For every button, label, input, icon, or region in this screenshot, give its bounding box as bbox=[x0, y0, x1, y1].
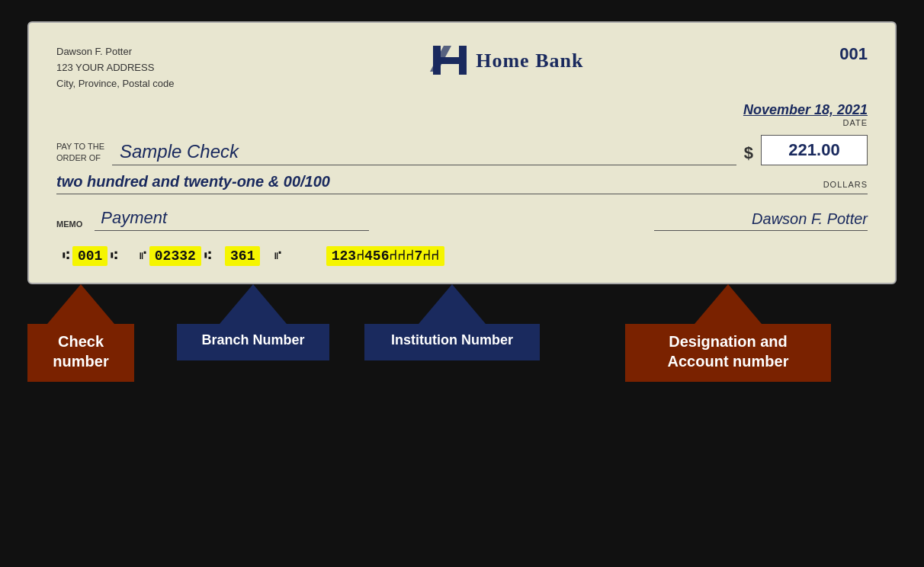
check-address: Dawson F. Potter 123 YOUR ADDRESS City, … bbox=[56, 44, 174, 91]
institution-number-label: Institution Number bbox=[364, 324, 540, 360]
signature: Dawson F. Potter bbox=[752, 210, 868, 227]
payto-row: PAY TO THE ORDER OF Sample Check $ 221.0… bbox=[56, 135, 868, 165]
memo-label: MEMO bbox=[56, 219, 82, 231]
check: Dawson F. Potter 123 YOUR ADDRESS City, … bbox=[27, 21, 897, 284]
institution-number-arrow: Institution Number bbox=[364, 284, 540, 360]
designation-arrow: Designation and Account number bbox=[625, 284, 831, 382]
micr-branch-num: 02332 bbox=[149, 246, 201, 266]
bottom-section: Check number Branch Number Institution N… bbox=[0, 284, 924, 402]
check-number-arrow: Check number bbox=[27, 284, 134, 382]
check-number-block: 001 bbox=[839, 44, 868, 64]
date-label: DATE bbox=[743, 118, 868, 127]
check-date: November 18, 2021 bbox=[743, 102, 868, 118]
written-row: two hundred and twenty-one & 00/100 DOLL… bbox=[56, 173, 868, 194]
check-number-arrow-shape bbox=[47, 284, 114, 324]
arrow-container: Check number Branch Number Institution N… bbox=[0, 284, 924, 402]
micr-account-num: 123⑁456⑁⑁⑁7⑁⑁ bbox=[326, 246, 445, 266]
institution-number-arrow-shape bbox=[419, 284, 486, 324]
branch-number-label: Branch Number bbox=[177, 324, 329, 360]
memo-value: Payment bbox=[95, 208, 167, 227]
micr-sym2: ⑆ bbox=[111, 250, 117, 263]
check-number-label: Check number bbox=[27, 324, 134, 382]
date-row: November 18, 2021 DATE bbox=[56, 102, 868, 127]
written-amount: two hundred and twenty-one & 00/100 bbox=[56, 173, 816, 191]
dollar-sign: $ bbox=[744, 143, 753, 165]
bank-logo-icon bbox=[430, 41, 470, 81]
branch-number-arrow-shape bbox=[220, 284, 287, 324]
micr-row: ⑆ 001 ⑆ ⑈ 02332 ⑆ 361 ⑈ 123⑁456⑁⑁⑁7⑁⑁ bbox=[56, 246, 868, 266]
amount-box: 221.00 bbox=[761, 135, 868, 165]
svg-rect-2 bbox=[459, 46, 467, 75]
check-number: 001 bbox=[839, 44, 868, 64]
branch-number-arrow: Branch Number bbox=[177, 284, 329, 360]
payto-name-line: Sample Check bbox=[112, 141, 736, 165]
micr-institution-num: 361 bbox=[225, 246, 260, 266]
memo-line: Payment bbox=[95, 208, 369, 231]
micr-check-num: 001 bbox=[72, 246, 107, 266]
micr-sym5: ⑈ bbox=[274, 250, 281, 263]
payto-name: Sample Check bbox=[112, 141, 239, 162]
designation-arrow-shape bbox=[695, 284, 762, 324]
payto-label: PAY TO THE ORDER OF bbox=[56, 141, 104, 166]
bank-logo: Home Bank bbox=[430, 41, 583, 81]
micr-sym3: ⑈ bbox=[140, 250, 146, 263]
signature-line: Dawson F. Potter bbox=[654, 210, 868, 231]
micr-sym4: ⑆ bbox=[204, 250, 211, 263]
dollars-label: DOLLARS bbox=[816, 180, 868, 191]
micr-sym1: ⑆ bbox=[63, 250, 69, 263]
memo-sig-row: MEMO Payment Dawson F. Potter bbox=[56, 208, 868, 231]
bank-name: Home Bank bbox=[476, 50, 583, 72]
designation-label: Designation and Account number bbox=[625, 324, 831, 382]
